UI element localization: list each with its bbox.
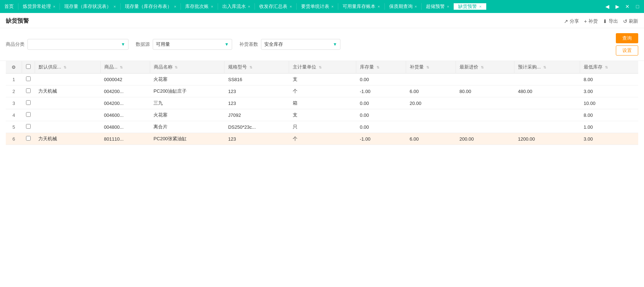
tab-item-7[interactable]: 要货单统计表× bbox=[297, 3, 338, 10]
cell-spec-5: 123 bbox=[225, 133, 289, 145]
cell-stock_qty-4: 0.00 bbox=[356, 121, 406, 133]
tab-restore-button[interactable]: □ bbox=[632, 1, 643, 12]
row-check-1[interactable] bbox=[22, 85, 35, 97]
col-default-supplier-label: 默认供应... bbox=[39, 64, 61, 70]
tab-item-9[interactable]: 保质期查询× bbox=[385, 3, 422, 10]
tab-item-6[interactable]: 收发存汇总表× bbox=[255, 3, 296, 10]
row-check-4[interactable] bbox=[22, 121, 35, 133]
tab-label-10: 超储预警 bbox=[426, 3, 445, 10]
header-action-share[interactable]: ↗分享 bbox=[564, 18, 579, 25]
header-action-export[interactable]: ⬇导出 bbox=[603, 18, 618, 25]
cell-min_stock-0: 8.00 bbox=[580, 74, 638, 85]
cell-product_name-1: PC200油缸庄子 bbox=[150, 85, 225, 97]
select-all-checkbox[interactable] bbox=[26, 64, 31, 69]
tab-close-2[interactable]: × bbox=[113, 4, 116, 9]
tab-prev-button[interactable]: ◀ bbox=[602, 1, 612, 12]
row-checkbox-5[interactable] bbox=[26, 136, 31, 141]
replenish-base-group: 补货基数 安全库存 ▼ bbox=[239, 39, 340, 50]
row-check-3[interactable] bbox=[22, 109, 35, 121]
sort-latest-price-icon: ⇅ bbox=[481, 65, 484, 69]
tab-close-10[interactable]: × bbox=[447, 4, 449, 9]
cell-min_stock-1: 3.00 bbox=[580, 85, 638, 97]
cell-unit-0: 支 bbox=[289, 74, 356, 85]
tab-close-6[interactable]: × bbox=[290, 4, 292, 9]
row-checkbox-4[interactable] bbox=[26, 124, 31, 129]
sort-min-stock-icon: ⇅ bbox=[605, 65, 608, 69]
tab-label-4: 库存批次账 bbox=[185, 3, 209, 10]
tab-item-0[interactable]: 首页 bbox=[0, 3, 18, 10]
tab-close-all-button[interactable]: ✕ bbox=[622, 1, 632, 12]
replenish-base-select[interactable]: 安全库存 ▼ bbox=[261, 39, 340, 50]
tab-bar: 首页炼货异常处理×现存量（库存状况表）×现存量（库存分布表）×库存批次账×出入库… bbox=[0, 0, 644, 13]
cell-spec-0: SS816 bbox=[225, 74, 289, 85]
row-check-0[interactable] bbox=[22, 74, 35, 85]
header-action-replenish[interactable]: +补货 bbox=[584, 18, 598, 25]
product-category-arrow-icon: ▼ bbox=[121, 42, 125, 47]
product-category-group: 商品分类 ▼ bbox=[6, 39, 129, 50]
row-check-5[interactable] bbox=[22, 133, 35, 145]
sort-stock-qty-icon: ⇅ bbox=[377, 65, 379, 69]
header-action-refresh[interactable]: ↺刷新 bbox=[623, 18, 638, 25]
tab-next-button[interactable]: ▶ bbox=[612, 1, 622, 12]
tab-close-8[interactable]: × bbox=[378, 4, 380, 9]
tab-close-5[interactable]: × bbox=[248, 4, 250, 9]
product-category-select[interactable]: ▼ bbox=[27, 39, 129, 50]
cell-replenish_qty-4 bbox=[406, 121, 456, 133]
sort-spec-icon: ⇅ bbox=[249, 65, 252, 69]
tab-item-1[interactable]: 炼货异常处理× bbox=[18, 3, 60, 10]
column-default-supplier[interactable]: 默认供应... ⇅ bbox=[35, 61, 100, 74]
cell-stock_qty-1: -1.00 bbox=[356, 85, 406, 97]
cell-estimated_purchase-3 bbox=[514, 109, 580, 121]
tab-close-11[interactable]: × bbox=[479, 4, 481, 9]
cell-product_code-2: 004200... bbox=[100, 97, 150, 109]
column-latest-price[interactable]: 最新进价 ⇅ bbox=[456, 61, 514, 74]
tab-item-3[interactable]: 现存量（库存分布表）× bbox=[121, 3, 181, 10]
row-checkbox-0[interactable] bbox=[26, 76, 31, 81]
tab-item-11[interactable]: 缺货预警× bbox=[454, 3, 486, 10]
tab-item-2[interactable]: 现存量（库存状况表）× bbox=[60, 3, 120, 10]
cell-default_supplier-2 bbox=[35, 97, 100, 109]
sort-default-supplier-icon: ⇅ bbox=[64, 65, 66, 69]
query-button[interactable]: 查询 bbox=[616, 33, 638, 43]
tab-close-3[interactable]: × bbox=[174, 4, 176, 9]
cell-latest_price-0 bbox=[456, 74, 514, 85]
cell-latest_price-3 bbox=[456, 109, 514, 121]
column-replenish-qty[interactable]: 补货量 ⇅ bbox=[406, 61, 456, 74]
col-stock-qty-label: 库存量 bbox=[360, 64, 374, 70]
column-unit[interactable]: 主计量单位 ⇅ bbox=[289, 61, 356, 74]
cell-latest_price-4 bbox=[456, 121, 514, 133]
row-check-2[interactable] bbox=[22, 97, 35, 109]
row-checkbox-2[interactable] bbox=[26, 100, 31, 105]
tab-close-4[interactable]: × bbox=[211, 4, 213, 9]
cell-product_code-0: 0000042 bbox=[100, 74, 150, 85]
tab-item-8[interactable]: 可用量库存账本× bbox=[338, 3, 384, 10]
cell-replenish_qty-3 bbox=[406, 109, 456, 121]
tab-close-1[interactable]: × bbox=[53, 4, 55, 9]
page-content: 缺货预警 ↗分享+补货⬇导出↺刷新 商品分类 ▼ 数据源 可用量 ▼ 补货基数 … bbox=[0, 13, 644, 287]
tab-item-5[interactable]: 出入库流水× bbox=[218, 3, 255, 10]
tab-close-9[interactable]: × bbox=[415, 4, 417, 9]
cell-latest_price-2 bbox=[456, 97, 514, 109]
column-settings[interactable]: ⚙ bbox=[6, 61, 22, 74]
settings-button[interactable]: 设置 bbox=[616, 45, 638, 56]
data-source-group: 数据源 可用量 ▼ bbox=[136, 39, 232, 50]
column-product-name[interactable]: 商品名称 ⇅ bbox=[150, 61, 225, 74]
column-min-stock[interactable]: 最低库存 ⇅ bbox=[580, 61, 638, 74]
row-checkbox-1[interactable] bbox=[26, 88, 31, 93]
replenish-base-value: 安全库存 bbox=[264, 41, 283, 48]
row-checkbox-3[interactable] bbox=[26, 112, 31, 117]
column-checkbox[interactable] bbox=[22, 61, 35, 74]
cell-default_supplier-0 bbox=[35, 74, 100, 85]
tab-close-7[interactable]: × bbox=[331, 4, 334, 9]
tab-label-3: 现存量（库存分布表） bbox=[125, 3, 172, 10]
tab-item-4[interactable]: 库存批次账× bbox=[181, 3, 218, 10]
column-stock-qty[interactable]: 库存量 ⇅ bbox=[356, 61, 406, 74]
column-estimated-purchase[interactable]: 预计采购... ⇅ bbox=[514, 61, 580, 74]
refresh-icon: ↺ bbox=[623, 18, 627, 24]
data-source-select[interactable]: 可用量 ▼ bbox=[153, 39, 232, 50]
tab-item-10[interactable]: 超储预警× bbox=[422, 3, 454, 10]
cell-replenish_qty-0 bbox=[406, 74, 456, 85]
column-spec[interactable]: 规格型号 ⇅ bbox=[225, 61, 289, 74]
column-product-code[interactable]: 商品... ⇅ bbox=[100, 61, 150, 74]
cell-latest_price-5: 200.00 bbox=[456, 133, 514, 145]
